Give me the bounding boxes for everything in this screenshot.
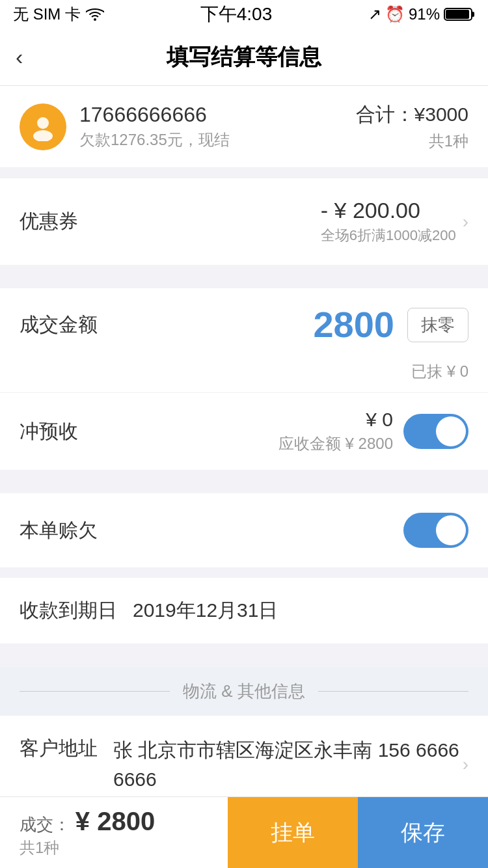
svg-rect-1 [446, 10, 469, 19]
trade-label: 成交金额 [20, 312, 98, 338]
svg-point-3 [37, 117, 49, 129]
trade-sub: 已抹 ¥ 0 [0, 361, 488, 392]
hang-button[interactable]: 挂单 [228, 797, 358, 869]
due-date-label: 收款到期日 [20, 597, 117, 624]
customer-info-row: 17666666666 欠款1276.35元，现结 合计：¥3000 共1种 [0, 86, 488, 167]
bad-debt-section: 本单赊欠 [0, 493, 488, 567]
bad-debt-toggle-knob [436, 515, 466, 545]
prepay-amount: ¥ 0 [278, 409, 393, 431]
prepay-due: 应收金额 ¥ 2800 [278, 433, 393, 454]
total-amount: 合计：¥3000 [356, 102, 468, 128]
logistics-header: 物流 & 其他信息 [0, 667, 488, 716]
prepay-toggle[interactable] [403, 414, 468, 449]
battery-icon [444, 7, 475, 21]
prepay-right: ¥ 0 应收金额 ¥ 2800 [278, 409, 468, 454]
address-arrow-icon: › [463, 754, 468, 775]
prepay-amount-block: ¥ 0 应收金额 ¥ 2800 [278, 409, 393, 454]
bad-debt-row: 本单赊欠 [0, 493, 488, 567]
section-divider-3 [0, 654, 488, 667]
section-divider-1 [0, 275, 488, 288]
trade-right: 2800 抹零 [313, 306, 468, 343]
page-title: 填写结算等信息 [167, 42, 321, 72]
coupon-row[interactable]: 优惠券 - ¥ 200.00 全场6折满1000减200 › [0, 178, 488, 265]
due-date-value: 2019年12月31日 [133, 597, 278, 624]
trade-amount: 2800 [313, 306, 394, 343]
status-right: ↗ ⏰ 91% [368, 5, 475, 23]
toggle-knob [436, 416, 466, 446]
content: 17666666666 欠款1276.35元，现结 合计：¥3000 共1种 优… [0, 86, 488, 868]
coupon-desc: 全场6折满1000减200 [321, 226, 456, 245]
bottom-trade-amount: ¥ 2800 [75, 807, 155, 835]
due-date-section: 收款到期日 2019年12月31日 [0, 578, 488, 644]
location-icon: ↗ [368, 5, 381, 23]
bad-debt-label: 本单赊欠 [20, 517, 98, 544]
trade-section: 成交金额 2800 抹零 已抹 ¥ 0 冲预收 ¥ 0 应收金额 ¥ 2800 [0, 288, 488, 470]
address-label: 客户地址 [20, 735, 98, 762]
logistics-header-text: 物流 & 其他信息 [170, 680, 318, 703]
bottom-count: 共1种 [20, 837, 208, 858]
svg-point-4 [33, 130, 53, 141]
customer-info: 17666666666 欠款1276.35元，现结 [79, 103, 230, 150]
trade-row: 成交金额 2800 抹零 [0, 288, 488, 361]
status-left: 无 SIM 卡 [13, 4, 104, 25]
status-bar: 无 SIM 卡 下午4:03 ↗ ⏰ 91% [0, 0, 488, 29]
bottom-info: 成交： ¥ 2800 共1种 [0, 807, 228, 858]
save-button[interactable]: 保存 [358, 797, 488, 869]
coupon-discount: - ¥ 200.00 [321, 198, 456, 223]
alarm-icon: ⏰ [385, 5, 405, 23]
address-value: 张 北京市市辖区海淀区永丰南 156 6666 6666 [113, 735, 463, 794]
bottom-trade-label: 成交： [20, 815, 70, 834]
svg-rect-2 [472, 12, 474, 17]
bottom-trade-row: 成交： ¥ 2800 [20, 807, 208, 836]
prepay-row: 冲预收 ¥ 0 应收金额 ¥ 2800 [0, 392, 488, 470]
due-date-row: 收款到期日 2019年12月31日 [0, 578, 488, 644]
coupon-arrow-icon: › [463, 211, 468, 232]
round-button[interactable]: 抹零 [407, 308, 468, 342]
wifi-icon [86, 8, 104, 21]
time-label: 下午4:03 [200, 2, 273, 27]
header-line-left [20, 691, 170, 692]
customer-right: 合计：¥3000 共1种 [356, 102, 468, 152]
header-line-right [318, 691, 468, 692]
carrier-label: 无 SIM 卡 [13, 4, 81, 25]
prepay-label: 冲预收 [20, 418, 78, 445]
coupon-label: 优惠券 [20, 208, 78, 235]
total-count: 共1种 [356, 131, 468, 152]
back-button[interactable]: ‹ [16, 44, 23, 70]
nav-bar: ‹ 填写结算等信息 [0, 29, 488, 86]
section-divider-2 [0, 480, 488, 493]
avatar [20, 103, 66, 150]
coupon-right: - ¥ 200.00 全场6折满1000减200 › [321, 198, 468, 245]
battery-label: 91% [409, 5, 440, 23]
bottom-bar: 成交： ¥ 2800 共1种 挂单 保存 [0, 796, 488, 868]
bad-debt-toggle[interactable] [403, 513, 468, 548]
customer-left: 17666666666 欠款1276.35元，现结 [20, 103, 230, 150]
coupon-value-block: - ¥ 200.00 全场6折满1000减200 [321, 198, 456, 245]
customer-desc: 欠款1276.35元，现结 [79, 129, 230, 150]
customer-phone: 17666666666 [79, 103, 230, 127]
